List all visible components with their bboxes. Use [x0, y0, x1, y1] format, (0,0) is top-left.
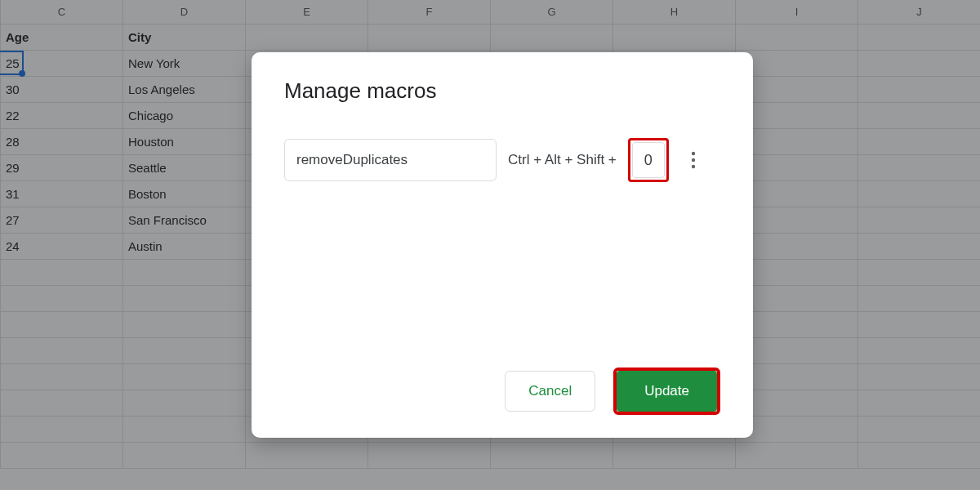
cancel-button[interactable]: Cancel — [505, 371, 595, 412]
svg-point-0 — [692, 152, 695, 155]
svg-point-2 — [692, 165, 695, 168]
svg-point-1 — [692, 158, 695, 162]
macro-name-input[interactable] — [284, 139, 497, 181]
update-button-highlight: Update — [613, 368, 720, 415]
macro-row: Ctrl + Alt + Shift + — [284, 138, 720, 182]
more-vert-icon — [691, 151, 696, 169]
manage-macros-dialog: Manage macros Ctrl + Alt + Shift + Cance… — [252, 52, 753, 438]
shortcut-key-input[interactable] — [632, 142, 665, 178]
shortcut-key-highlight — [628, 138, 669, 182]
dialog-footer: Cancel Update — [505, 368, 720, 415]
update-button[interactable]: Update — [617, 371, 717, 412]
shortcut-prefix-label: Ctrl + Alt + Shift + — [508, 152, 617, 168]
dialog-title: Manage macros — [284, 78, 720, 104]
macro-more-button[interactable] — [682, 144, 705, 176]
